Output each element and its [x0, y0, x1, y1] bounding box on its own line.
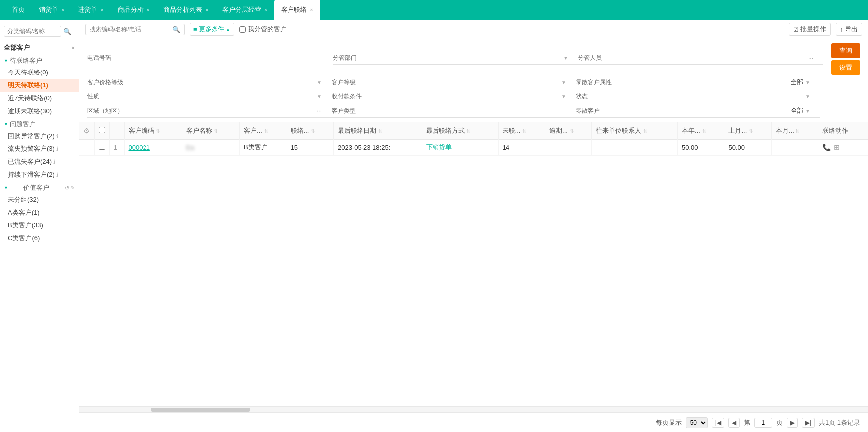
retail-attr-select[interactable]: 全部 ▼ — [615, 78, 810, 87]
search-input[interactable] — [90, 26, 172, 33]
info-icon[interactable]: ℹ — [53, 159, 55, 165]
nav-home[interactable]: 首页 — [5, 0, 32, 20]
region-select[interactable]: ··· — [126, 107, 322, 114]
nav-customer-contact[interactable]: 客户联络 × — [274, 0, 320, 20]
col-uncontacted-header[interactable]: 未联... — [498, 122, 545, 140]
last-method-link[interactable]: 下销货单 — [426, 144, 452, 151]
top-nav: 首页 销货单 × 进货单 × 商品分析 × 商品分析列表 × 客户分层经营 × … — [0, 0, 868, 20]
close-customer-tier-icon[interactable]: × — [264, 7, 267, 13]
per-page-select[interactable]: 50 — [686, 417, 708, 428]
close-goods-analysis-icon[interactable]: × — [146, 7, 149, 13]
col-contacts-header[interactable]: 联络... — [287, 122, 333, 140]
sidebar-item-continuous-decline[interactable]: 持续下滑客户(2) ℹ — [0, 168, 79, 181]
col-gear-header[interactable]: ⚙ — [79, 122, 94, 140]
retail-customer-select[interactable]: 全部 ▼ — [614, 106, 810, 115]
col-last-month-header[interactable]: 上月... — [724, 122, 771, 140]
row-this-month-cell — [771, 140, 818, 156]
col-this-month-header[interactable]: 本月... — [771, 122, 818, 140]
horizontal-scrollbar[interactable] — [79, 406, 868, 412]
status-select[interactable]: ▼ — [614, 94, 810, 99]
my-customers-checkbox[interactable] — [239, 26, 246, 33]
sidebar-item-7days[interactable]: 近7天待联络(0) — [0, 92, 79, 105]
select-all-checkbox[interactable] — [99, 127, 105, 133]
col-checkbox-header[interactable] — [94, 122, 109, 140]
info-icon[interactable]: ℹ — [56, 133, 58, 140]
phone-action-icon[interactable]: 📞 — [822, 144, 831, 151]
close-sales-icon[interactable]: × — [61, 7, 64, 13]
sidebar-item-c-class[interactable]: C类客户(6) — [0, 232, 79, 245]
sidebar-item-lost-potential[interactable]: 流失预警客户(3) ℹ — [0, 143, 79, 155]
col-type-header[interactable]: 客户... — [240, 122, 287, 140]
info-icon[interactable]: ℹ — [56, 146, 58, 152]
col-overdue-header[interactable]: 逾期... — [545, 122, 592, 140]
pay-term-select[interactable]: ▼ — [369, 94, 566, 99]
filter-customer-grade: 客户等级 ▼ — [332, 78, 576, 89]
query-button[interactable]: 查询 — [831, 43, 860, 58]
my-customers-checkbox-label[interactable]: 我分管的客户 — [239, 25, 287, 34]
more-filter-button[interactable]: ≡ 更多条件 ▲ — [190, 23, 234, 36]
group-problem-customers[interactable]: 问题客户 — [0, 118, 79, 130]
nav-sales[interactable]: 销货单 × — [32, 0, 71, 20]
sidebar-item-b-class[interactable]: B类客户(33) — [0, 219, 79, 232]
row-last-date-cell: 2023-05-23 18:25: — [333, 140, 422, 156]
row-last-method-cell[interactable]: 下销货单 — [422, 140, 498, 156]
sidebar-item-overdue[interactable]: 逾期未联络(30) — [0, 105, 79, 118]
customer-code-link[interactable]: 000021 — [129, 144, 150, 151]
filter-price-grade: 客户价格等级 ▼ — [87, 78, 332, 89]
group-value-customers[interactable]: 价值客户 ↺ ✎ — [0, 181, 79, 193]
sidebar-search-input[interactable] — [4, 26, 61, 37]
phone-input[interactable] — [125, 54, 323, 63]
sidebar-item-repurchase-abnormal[interactable]: 回购异常客户(2) ℹ — [0, 130, 79, 143]
row-checkbox[interactable] — [99, 144, 105, 150]
search-icon[interactable]: 🔍 — [172, 26, 180, 33]
nav-purchase[interactable]: 进货单 × — [71, 0, 110, 20]
sidebar-collapse-icon[interactable]: « — [72, 44, 75, 51]
customer-table: ⚙ 客户编码 客户名称 客户... — [79, 122, 868, 156]
sidebar-item-lost[interactable]: 已流失客户(24) ℹ — [0, 155, 79, 168]
group-pending-contact[interactable]: 待联络客户 — [0, 54, 79, 66]
sidebar-item-today[interactable]: 今天待联络(0) — [0, 66, 79, 79]
row-gear-cell — [79, 140, 94, 156]
export-button[interactable]: ↑ 导出 — [836, 23, 863, 36]
sidebar-search-icon[interactable]: 🔍 — [63, 28, 71, 35]
info-icon[interactable]: ℹ — [56, 172, 58, 178]
batch-op-button[interactable]: ☑ 批量操作 — [789, 23, 831, 36]
all-customers-label: 全部客户 « — [0, 41, 79, 54]
first-page-button[interactable]: |◀ — [712, 418, 724, 428]
sidebar-item-tomorrow[interactable]: 明天待联络(1) — [0, 79, 79, 92]
settings-button[interactable]: 设置 — [831, 60, 860, 75]
col-last-method-header[interactable]: 最后联络方式 — [422, 122, 498, 140]
col-this-year-header[interactable]: 本年... — [678, 122, 724, 140]
sidebar-item-a-class[interactable]: A类客户(1) — [0, 206, 79, 219]
col-unit-contacts-header[interactable]: 往来单位联系人 — [592, 122, 678, 140]
filter-phone: 电话号码 — [87, 54, 333, 65]
next-page-button[interactable]: ▶ — [787, 418, 798, 428]
search-bar: 🔍 ≡ 更多条件 ▲ 我分管的客户 ☑ 批量操作 ↑ 导出 — [79, 20, 868, 39]
nav-customer-tier[interactable]: 客户分层经营 × — [216, 0, 274, 20]
scroll-thumb[interactable] — [151, 408, 250, 412]
value-customer-actions[interactable]: ↺ ✎ — [65, 185, 75, 191]
nav-goods-analysis-list[interactable]: 商品分析列表 × — [156, 0, 215, 20]
close-purchase-icon[interactable]: × — [100, 7, 103, 13]
price-grade-select[interactable]: ▼ — [126, 80, 322, 85]
close-goods-analysis-list-icon[interactable]: × — [205, 7, 208, 13]
filter-pay-term: 收付款条件 ▼ — [332, 92, 576, 103]
nav-goods-analysis[interactable]: 商品分析 × — [111, 0, 156, 20]
action-icons: 📞 ⊞ — [822, 144, 864, 151]
dept-select[interactable]: ▼ — [370, 55, 568, 61]
sidebar-item-ungrouped[interactable]: 未分组(32) — [0, 193, 79, 206]
person-select[interactable]: ··· — [616, 55, 813, 62]
filter-row-1: 电话号码 分管部门 ▼ 分管人员 ··· 查询 设置 — [87, 43, 860, 75]
col-code-header[interactable]: 客户编码 — [124, 122, 182, 140]
close-customer-contact-icon[interactable]: × — [310, 7, 313, 13]
col-last-date-header[interactable]: 最后联络日期 — [333, 122, 422, 140]
row-checkbox-cell[interactable] — [94, 140, 109, 156]
grid-action-icon[interactable]: ⊞ — [834, 144, 840, 151]
prev-page-button[interactable]: ◀ — [728, 418, 740, 428]
page-number-input[interactable] — [754, 418, 772, 428]
nature-select[interactable]: ▼ — [125, 94, 322, 99]
col-name-header[interactable]: 客户名称 — [182, 122, 239, 140]
last-page-button[interactable]: ▶| — [802, 418, 815, 428]
filter-row-2: 客户价格等级 ▼ 客户等级 ▼ 零散客户属性 全部 ▼ — [87, 78, 860, 89]
customer-grade-select[interactable]: ▼ — [369, 80, 566, 85]
